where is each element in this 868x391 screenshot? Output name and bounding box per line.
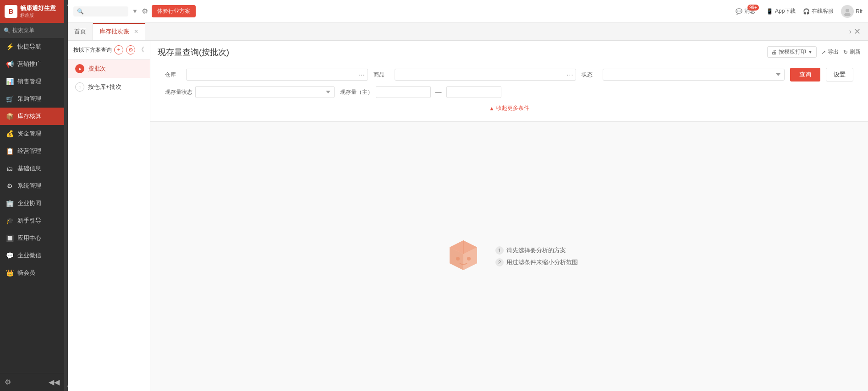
sidebar-item-system[interactable]: ⚙ 系统管理	[0, 177, 64, 195]
query-button[interactable]: 查询	[790, 68, 820, 81]
search-icon: 🔍	[77, 8, 84, 15]
sidebar-item-finance[interactable]: 💰 资金管理	[0, 125, 64, 142]
quantity-main-from-input[interactable]	[376, 86, 431, 98]
empty-step-1: 1 请先选择要分析的方案	[495, 246, 578, 255]
scroll-up-arrow[interactable]: ▲	[64, 0, 68, 9]
tab-more-icon[interactable]: ›	[849, 27, 852, 36]
dropdown-arrow-icon[interactable]: ▼	[132, 8, 138, 15]
content-area: 按以下方案查询 + ⚙ 《 ● 按批次 ○ 按仓库+批次 现存量查询(按	[68, 41, 868, 391]
phone-icon: 📱	[766, 8, 773, 15]
sidebar: B 畅康通好生意 标准版 🔍 搜索菜单 ⚡ 快捷导航 📢 营销推广 📊 销售管理…	[0, 0, 64, 391]
sidebar-footer: ⚙ ◀◀	[0, 373, 64, 391]
purchase-icon: 🛒	[5, 95, 14, 103]
refresh-button[interactable]: ↻ 刷新	[843, 48, 861, 56]
print-dropdown-icon[interactable]: ▼	[808, 49, 813, 54]
product-label: 商品	[374, 71, 392, 79]
product-input[interactable]	[395, 69, 577, 81]
refresh-icon: ↻	[843, 49, 848, 55]
export-button[interactable]: ↗ 导出	[821, 48, 839, 56]
sidebar-item-label: 经营管理	[17, 147, 41, 155]
gear-icon[interactable]: ⚙	[142, 7, 148, 16]
svg-point-0	[846, 9, 849, 12]
sidebar-item-apps[interactable]: 🔲 应用中心	[0, 229, 64, 247]
warehouse-input[interactable]	[186, 69, 368, 81]
sidebar-item-basic[interactable]: 🗂 基础信息	[0, 160, 64, 177]
quantity-dash: —	[434, 88, 444, 96]
sidebar-search-item[interactable]: 🔍 搜索菜单	[0, 23, 64, 38]
sidebar-item-purchase[interactable]: 🛒 采购管理	[0, 90, 64, 108]
sidebar-item-label: 畅会员	[17, 269, 35, 277]
by-batch-icon: ●	[75, 64, 84, 73]
tab-inventory-batch[interactable]: 库存批次账 ✕	[93, 23, 145, 40]
settings-button[interactable]: 设置	[826, 68, 853, 81]
status-label: 状态	[582, 71, 600, 79]
app-download-item[interactable]: 📱 App下载	[766, 7, 796, 15]
inventory-status-select[interactable]	[195, 86, 335, 98]
status-filter: 状态	[582, 69, 785, 81]
scheme-item-by-warehouse-batch[interactable]: ○ 按仓库+批次	[68, 78, 150, 96]
basic-icon: 🗂	[5, 164, 14, 173]
sidebar-item-marketing[interactable]: 📢 营销推广	[0, 55, 64, 73]
settings-scheme-button[interactable]: ⚙	[126, 45, 135, 54]
sidebar-search-label: 搜索菜单	[12, 27, 34, 34]
sidebar-item-label: 应用中心	[17, 234, 41, 242]
sidebar-item-label: 快捷导航	[17, 43, 41, 51]
messages-item[interactable]: 💬 消息 99+	[736, 7, 755, 15]
sales-icon: 📊	[5, 77, 14, 86]
collapse-icon[interactable]: ◀◀	[49, 378, 60, 386]
inventory-status-label: 现存量状态	[165, 88, 192, 96]
username-label: Rit	[856, 8, 863, 15]
sidebar-item-quicknav[interactable]: ⚡ 快捷导航	[0, 38, 64, 55]
add-scheme-button[interactable]: +	[114, 45, 123, 54]
collapse-more-button[interactable]: ▲ 收起更多条件	[165, 103, 853, 116]
scroll-down-arrow[interactable]: ▼	[64, 382, 68, 391]
sidebar-item-member[interactable]: 👑 畅会员	[0, 264, 64, 282]
print-label: 按模板打印	[779, 48, 806, 56]
print-icon: 🖨	[771, 49, 777, 55]
tab-home-label: 首页	[74, 27, 86, 36]
tab-home[interactable]: 首页	[68, 23, 93, 40]
sidebar-item-wechat[interactable]: 💬 企业微信	[0, 247, 64, 264]
system-icon: ⚙	[5, 182, 14, 190]
user-profile-item[interactable]: Rit	[841, 5, 863, 18]
filter-row-1: 仓库 ··· 商品 ···	[165, 68, 853, 81]
trial-button[interactable]: 体验行业方案	[152, 5, 196, 17]
step-2-number: 2	[495, 258, 504, 266]
warehouse-filter: 仓库 ···	[165, 69, 368, 81]
product-input-wrapper: ···	[395, 69, 577, 81]
topbar-right: 💬 消息 99+ 📱 App下载 🎧 在线客服 Rit	[736, 5, 863, 18]
topbar-search-box[interactable]: 🔍	[73, 6, 128, 16]
status-select[interactable]	[603, 69, 785, 81]
print-button[interactable]: 🖨 按模板打印 ▼	[767, 46, 817, 58]
topbar-search-input[interactable]	[86, 8, 118, 15]
export-icon: ↗	[821, 49, 826, 55]
page-header: 现存量查询(按批次) 🖨 按模板打印 ▼ ↗ 导出 ↻	[150, 41, 868, 122]
sidebar-item-label: 新手引导	[17, 217, 41, 225]
scheme-item-by-batch[interactable]: ● 按批次	[68, 60, 150, 78]
quantity-main-filter: 现存量（主） —	[340, 86, 510, 98]
by-warehouse-batch-icon: ○	[75, 82, 84, 92]
enterprise-icon: 🏢	[5, 199, 14, 207]
sidebar-scrollbar[interactable]: ▲ ▼	[64, 0, 68, 391]
sidebar-item-inventory[interactable]: 📦 库存核算	[0, 108, 64, 125]
empty-step-2: 2 用过滤条件来缩小分析范围	[495, 258, 578, 266]
quantity-main-to-input[interactable]	[446, 86, 501, 98]
tab-close-icon[interactable]: ✕	[134, 28, 138, 35]
sidebar-item-label: 企业协同	[17, 199, 41, 207]
sidebar-item-sales[interactable]: 📊 销售管理	[0, 73, 64, 90]
collapse-panel-icon[interactable]: 《	[138, 46, 144, 54]
sidebar-item-label: 采购管理	[17, 95, 41, 103]
warehouse-dots-icon[interactable]: ···	[358, 71, 365, 78]
left-panel-header: 按以下方案查询 + ⚙ 《	[68, 41, 150, 60]
sidebar-item-enterprise[interactable]: 🏢 企业协同	[0, 195, 64, 212]
sidebar-item-operation[interactable]: 📋 经营管理	[0, 142, 64, 160]
sidebar-item-label: 系统管理	[17, 182, 41, 190]
online-service-item[interactable]: 🎧 在线客服	[803, 7, 834, 15]
settings-icon[interactable]: ⚙	[5, 378, 11, 386]
sidebar-item-guide[interactable]: 🎓 新手引导	[0, 212, 64, 229]
filter-area: 仓库 ··· 商品 ···	[158, 62, 861, 121]
step-2-text: 用过滤条件来缩小分析范围	[506, 258, 578, 266]
company-name: 畅康通好生意	[20, 5, 56, 12]
product-dots-icon[interactable]: ···	[567, 71, 574, 78]
tab-panel-close-button[interactable]: ✕	[854, 27, 861, 37]
